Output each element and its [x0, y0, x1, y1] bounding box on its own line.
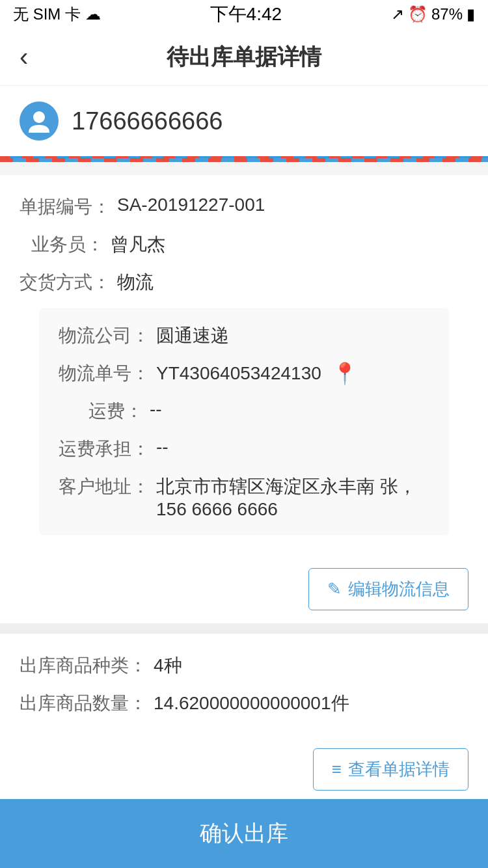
- customer-phone: 17666666666: [72, 107, 223, 135]
- order-number-row: 单据编号： SA-20191227-001: [20, 195, 468, 219]
- freight-bearer-value: --: [156, 437, 429, 457]
- address-label: 客户地址：: [59, 474, 156, 499]
- status-time: 下午4:42: [210, 2, 282, 27]
- dashed-divider: [0, 158, 488, 162]
- battery-level: 87%: [431, 5, 463, 23]
- edit-logistics-label: 编辑物流信息: [348, 578, 450, 601]
- confirm-outbound-button[interactable]: 确认出库: [20, 819, 468, 848]
- delivery-method-label: 交货方式：: [20, 270, 117, 295]
- edit-icon: ✎: [327, 579, 342, 599]
- delivery-method-row: 交货方式： 物流: [20, 270, 468, 295]
- customer-header: 17666666666: [0, 86, 488, 158]
- freight-bearer-label: 运费承担：: [59, 437, 156, 461]
- tracking-number-label: 物流单号：: [59, 361, 156, 386]
- view-details-label: 查看单据详情: [348, 758, 450, 781]
- sales-rep-value: 曾凡杰: [111, 232, 468, 257]
- goods-section: 出库商品种类： 4种 出库商品数量： 14.620000000000001件: [0, 634, 488, 735]
- logistics-company-value: 圆通速递: [156, 323, 429, 348]
- tracking-number-value: YT43064053424130 📍: [156, 361, 429, 386]
- goods-types-value: 4种: [154, 653, 468, 678]
- logistics-company-label: 物流公司：: [59, 323, 156, 348]
- freight-value: --: [150, 399, 429, 420]
- sim-status: 无 SIM 卡 ☁: [13, 4, 101, 25]
- sales-rep-row: 业务员： 曾凡杰: [20, 232, 468, 257]
- nav-bar: ‹ 待出库单据详情: [0, 29, 488, 86]
- status-left: 无 SIM 卡 ☁: [13, 4, 101, 25]
- tracking-number-row: 物流单号： YT43064053424130 📍: [59, 361, 429, 386]
- person-icon: [26, 108, 52, 134]
- order-info-section: 单据编号： SA-20191227-001 业务员： 曾凡杰 交货方式： 物流 …: [0, 175, 488, 555]
- address-row: 客户地址： 北京市市辖区海淀区永丰南 张，156 6666 6666: [59, 474, 429, 520]
- logistics-card: 物流公司： 圆通速递 物流单号： YT43064053424130 📍 运费： …: [39, 308, 449, 536]
- page-title: 待出库单据详情: [167, 42, 321, 72]
- order-number-value: SA-20191227-001: [117, 195, 468, 215]
- svg-point-0: [33, 111, 45, 123]
- freight-bearer-row: 运费承担： --: [59, 437, 429, 461]
- section-separator: [0, 623, 488, 634]
- status-right: ↗ ⏰ 87% ▮: [391, 5, 475, 23]
- freight-label: 运费：: [59, 399, 150, 424]
- goods-quantity-row: 出库商品数量： 14.620000000000001件: [20, 691, 468, 716]
- list-icon: ≡: [332, 759, 342, 780]
- goods-types-row: 出库商品种类： 4种: [20, 653, 468, 678]
- edit-logistics-button[interactable]: ✎ 编辑物流信息: [308, 568, 468, 610]
- view-details-row: ≡ 查看单据详情: [0, 735, 488, 804]
- sales-rep-label: 业务员：: [20, 232, 111, 257]
- confirm-btn-container: 确认出库: [0, 799, 488, 868]
- alarm-icon: ⏰: [408, 5, 427, 23]
- edit-logistics-row: ✎ 编辑物流信息: [0, 555, 488, 623]
- avatar: [20, 102, 59, 141]
- goods-types-label: 出库商品种类：: [20, 653, 154, 678]
- view-details-button[interactable]: ≡ 查看单据详情: [313, 748, 468, 791]
- logistics-company-row: 物流公司： 圆通速递: [59, 323, 429, 348]
- freight-row: 运费： --: [59, 399, 429, 424]
- delivery-method-value: 物流: [117, 270, 468, 295]
- location-status-icon: ↗: [391, 5, 404, 23]
- map-pin-icon[interactable]: 📍: [332, 361, 358, 386]
- back-button[interactable]: ‹: [20, 42, 28, 72]
- goods-quantity-label: 出库商品数量：: [20, 691, 154, 716]
- address-value: 北京市市辖区海淀区永丰南 张，156 6666 6666: [156, 474, 429, 520]
- battery-icon: ▮: [467, 5, 475, 23]
- goods-quantity-value: 14.620000000000001件: [154, 691, 468, 716]
- order-number-label: 单据编号：: [20, 195, 117, 219]
- status-bar: 无 SIM 卡 ☁ 下午4:42 ↗ ⏰ 87% ▮: [0, 0, 488, 29]
